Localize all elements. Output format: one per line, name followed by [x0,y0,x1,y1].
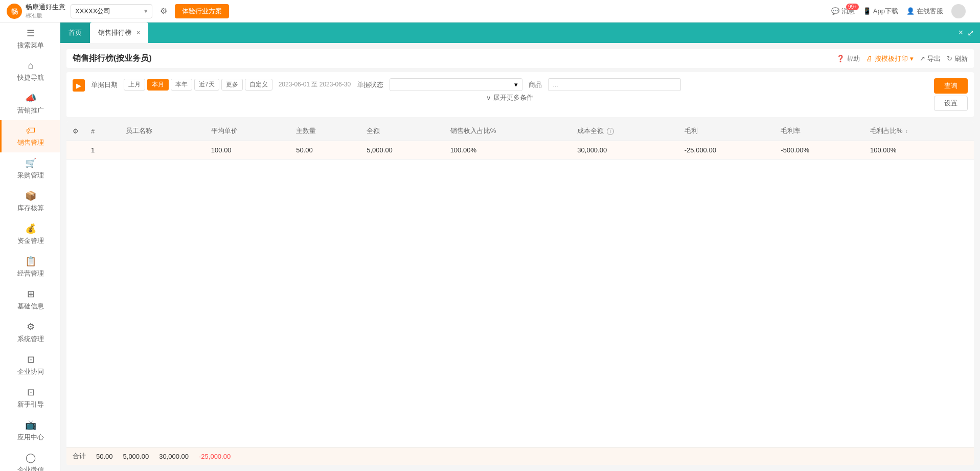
print-label: 按模板打印 [875,54,908,63]
main-layout: ☰ 搜索菜单 ⌂ 快捷导航 📣 营销推广 🏷 销售管理 🛒 采购管理 📦 库存核… [0,23,980,471]
refresh-icon: ↻ [947,55,952,62]
message-icon: 💬 [831,7,839,15]
content-area: 首页 销售排行榜 × × ⤢ 销售排行榜(按业务员) ❓ 帮助 [60,23,980,471]
expand-more-button[interactable]: ∨ 展开更多条件 [91,91,928,104]
col-rank: # [85,121,120,141]
sales-rank-tab-label: 销售排行榜 [98,28,131,37]
sidebar-item-finance[interactable]: 💰 资金管理 [0,218,60,251]
goods-placeholder: ... [553,81,676,88]
sidebar-item-enterprise[interactable]: ⊡ 企业协同 [0,349,60,382]
apps-icon: 📺 [25,419,36,431]
sidebar-item-guide[interactable]: ⊡ 新手引导 [0,382,60,414]
tab-close-button[interactable]: × [136,29,140,36]
col-settings[interactable]: ⚙ [66,121,85,141]
print-button[interactable]: 🖨 按模板打印 ▾ [866,54,914,63]
sidebar: ☰ 搜索菜单 ⌂ 快捷导航 📣 营销推广 🏷 销售管理 🛒 采购管理 📦 库存核… [0,23,60,471]
guide-icon: ⊡ [27,387,35,398]
app-download-label: App下载 [873,7,898,16]
cell-avg-price: 100.00 [205,141,290,160]
app-version: 标准版 [26,12,65,19]
tab-bar: 首页 销售排行榜 × × ⤢ [60,23,980,43]
sidebar-item-marketing[interactable]: 📣 营销推广 [0,87,60,120]
table-container: ⚙ # 员工名称 平均单价 主数量 全额 销售收入占比% 成本全额 i 毛利 毛… [66,121,974,465]
date-btn-last-month[interactable]: 上月 [124,79,145,91]
sidebar-item-label: 库存核算 [17,204,44,213]
sidebar-item-label: 企业协同 [17,367,44,376]
topbar-settings-button[interactable]: ⚙ [156,4,171,18]
sidebar-item-purchase[interactable]: 🛒 采购管理 [0,152,60,185]
message-button[interactable]: 💬 消息 99+ [831,7,855,16]
window-close-button[interactable]: × [959,28,963,37]
sort-icon[interactable]: ↕ [905,128,908,134]
cell-gross-pct: 100.00% [864,141,974,160]
help-icon: ❓ [836,55,845,62]
avatar[interactable] [951,4,966,18]
footer-cost: 30,000.00 [159,453,189,460]
refresh-button[interactable]: ↻ 刷新 [947,54,968,63]
sidebar-item-label: 经营管理 [17,269,44,278]
sidebar-item-label: 营销推广 [17,106,44,115]
export-button[interactable]: ↗ 导出 [920,54,941,63]
sidebar-item-operations[interactable]: 📋 经营管理 [0,251,60,283]
sidebar-item-quick-nav[interactable]: ⌂ 快捷导航 [0,55,60,87]
date-btn-this-year[interactable]: 本年 [171,79,192,91]
query-button[interactable]: 查询 [934,78,968,94]
date-btn-this-month[interactable]: 本月 [147,79,169,91]
filter-area: ▶ 单据日期 上月 本月 本年 近7天 更多 自定义 [66,72,974,117]
cell-rank: 1 [85,141,120,160]
svg-text:畅: 畅 [11,8,18,15]
finance-icon: 💰 [25,223,36,234]
footer-gross: -25,000.00 [199,453,231,460]
chevron-down-icon: ▾ [144,7,148,15]
sidebar-item-label: 企业微信 [17,465,44,471]
cell-settings [66,141,85,160]
cost-info-icon[interactable]: i [607,128,614,135]
date-buttons: 上月 本月 本年 近7天 更多 自定义 [124,79,272,91]
window-maximize-button[interactable]: ⤢ [967,28,974,38]
sidebar-item-system[interactable]: ⚙ 系统管理 [0,316,60,349]
cell-employee [120,141,204,160]
date-btn-more[interactable]: 更多 [221,79,243,91]
sidebar-item-basic[interactable]: ⊞ 基础信息 [0,283,60,316]
home-tab-label: 首页 [69,28,82,37]
sidebar-item-apps[interactable]: 📺 应用中心 [0,414,60,447]
cell-gross: -25,000.00 [678,141,775,160]
tab-sales-rank[interactable]: 销售排行榜 × [90,23,148,43]
home-icon: ⌂ [28,60,34,71]
table-row: 1 100.00 50.00 5,000.00 100.00% 30,000.0… [66,141,974,160]
status-dropdown-icon: ▾ [514,81,518,88]
trial-button[interactable]: 体验行业方案 [175,4,229,18]
app-download-button[interactable]: 📱 App下载 [863,7,898,16]
goods-input[interactable]: ... [548,78,681,91]
top-bar: 畅 畅康通好生意 标准版 XXXXX公司 ▾ ⚙ 体验行业方案 💬 消息 99+… [0,0,980,23]
sidebar-item-label: 采购管理 [17,171,44,180]
col-quantity: 主数量 [290,121,360,141]
cell-sales-pct: 100.00% [444,141,572,160]
sidebar-item-sales[interactable]: 🏷 销售管理 [0,120,60,152]
page-header: 销售排行榜(按业务员) ❓ 帮助 🖨 按模板打印 ▾ ↗ 导出 [66,49,974,68]
sidebar-item-label: 新手引导 [17,400,44,409]
sidebar-item-search[interactable]: ☰ 搜索菜单 [0,23,60,55]
tab-home[interactable]: 首页 [60,23,90,43]
expand-icon: ∨ [486,94,491,102]
filter-row-1: 单据日期 上月 本月 本年 近7天 更多 自定义 2023-06-01 至 20… [91,78,928,91]
wechat-icon: ◯ [26,452,36,463]
filter-toggle-button[interactable]: ▶ [73,79,85,92]
status-filter-label: 单据状态 [357,80,383,89]
sales-icon: 🏷 [26,125,35,136]
online-service-button[interactable]: 👤 在线客服 [906,7,943,16]
print-icon: 🖨 [866,55,873,62]
date-btn-7days[interactable]: 近7天 [194,79,219,91]
company-selector[interactable]: XXXXX公司 ▾ [71,4,152,18]
app-name: 畅康通好生意 [26,3,65,12]
date-btn-custom[interactable]: 自定义 [245,79,272,91]
status-select[interactable]: ▾ [390,78,522,91]
help-button[interactable]: ❓ 帮助 [836,54,860,63]
table-empty-space [66,160,974,447]
sidebar-item-wechat[interactable]: ◯ 企业微信 [0,447,60,471]
expand-label: 展开更多条件 [493,93,533,102]
filter-settings-button[interactable]: 设置 [934,96,968,111]
date-range-display: 2023-06-01 至 2023-06-30 [279,80,351,89]
sidebar-item-label: 基础信息 [17,302,44,311]
sidebar-item-inventory[interactable]: 📦 库存核算 [0,185,60,218]
